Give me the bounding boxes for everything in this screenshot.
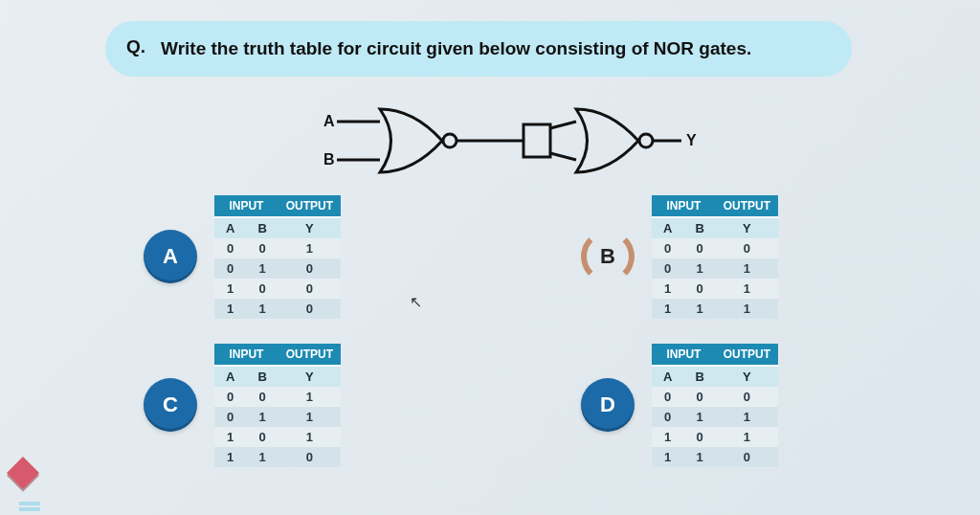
decor-diamond <box>7 457 39 489</box>
option-d-badge[interactable]: D <box>581 378 635 432</box>
svg-line-6 <box>550 153 576 160</box>
th-input: INPUT <box>652 195 716 217</box>
svg-point-2 <box>443 134 457 147</box>
option-d-table: INPUT OUTPUT A B Y 000 011 101 110 <box>652 344 778 467</box>
circuit-label-a: A <box>323 113 335 129</box>
options-grid: A INPUT OUTPUT A B Y 001 010 100 110 B I… <box>105 195 894 467</box>
circuit-label-y: Y <box>686 132 697 148</box>
option-c-table: INPUT OUTPUT A B Y 001 011 101 110 <box>214 344 341 467</box>
th-output: OUTPUT <box>716 195 778 217</box>
option-a-badge[interactable]: A <box>144 230 197 283</box>
decor-stripes <box>19 502 40 511</box>
option-a[interactable]: A INPUT OUTPUT A B Y 001 010 100 110 <box>144 195 447 319</box>
th-output: OUTPUT <box>716 344 778 366</box>
th-input: INPUT <box>214 195 278 217</box>
option-c[interactable]: C INPUT OUTPUT A B Y 001 011 101 110 <box>144 344 447 467</box>
svg-point-7 <box>639 134 653 147</box>
option-b-badge[interactable]: B <box>581 230 635 283</box>
svg-line-5 <box>550 122 576 128</box>
th-output: OUTPUT <box>278 195 341 217</box>
question-card: Q. Write the truth table for circuit giv… <box>105 21 852 77</box>
circuit-diagram: A B Y <box>105 98 894 184</box>
th-input: INPUT <box>214 344 278 366</box>
option-b-table: INPUT OUTPUT A B Y 000 011 101 111 <box>652 195 778 319</box>
circuit-label-b: B <box>323 151 335 168</box>
question-text: Write the truth table for circuit given … <box>161 36 751 61</box>
nor-circuit-svg: A B Y <box>299 98 701 184</box>
option-a-table: INPUT OUTPUT A B Y 001 010 100 110 <box>214 195 341 319</box>
cursor-icon: ↖ <box>410 293 422 311</box>
question-marker: Q. <box>126 36 145 57</box>
option-c-badge[interactable]: C <box>144 378 197 432</box>
option-b[interactable]: B INPUT OUTPUT A B Y 000 011 101 111 <box>581 195 884 319</box>
th-input: INPUT <box>652 344 716 366</box>
th-output: OUTPUT <box>278 344 341 366</box>
option-d[interactable]: D INPUT OUTPUT A B Y 000 011 101 110 <box>581 344 884 467</box>
svg-rect-4 <box>523 124 550 157</box>
